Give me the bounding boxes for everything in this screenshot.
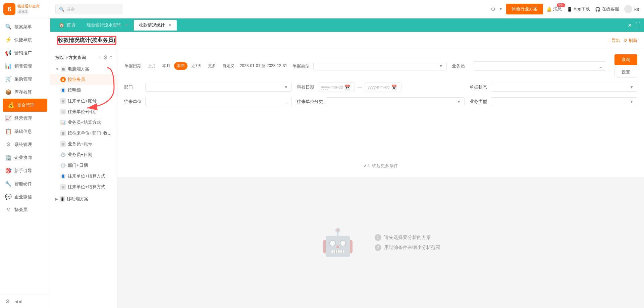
scheme-item-label: 往来单位+账号 xyxy=(68,98,97,104)
doc-status-select[interactable]: ▼ xyxy=(491,83,637,92)
sidebar-item-wechat[interactable]: 💬 企业微信 xyxy=(0,190,50,203)
scheme-item-icon-dept-date: 🕐 xyxy=(60,163,66,168)
tab-bank-flow[interactable]: 现金银行流水查询 ✕ xyxy=(82,20,133,31)
export-button[interactable]: ↑ 导出 xyxy=(608,38,621,44)
collapse-button[interactable]: ∧∧ 收起更多条件 xyxy=(364,163,398,169)
sidebar-item-finance[interactable]: 💰 资金管理 xyxy=(3,99,47,112)
date-tab-last-7[interactable]: 近7天 xyxy=(189,62,204,70)
biz-type-select[interactable]: ▼ xyxy=(491,97,637,106)
customer-service-action[interactable]: 🎧 在线客服 xyxy=(595,6,619,12)
messages-action[interactable]: 🔔 消息 99+ xyxy=(546,6,562,12)
sidebar-item-quick-nav[interactable]: ⚡ 快捷导航 xyxy=(0,33,50,46)
header-settings-icon[interactable]: ⚙ xyxy=(491,6,495,12)
filter-date-item: 单据日期 上月 本月 本年 近7天 更多 自定义 2023-01-01 至 20… xyxy=(124,62,287,70)
footer-settings-icon[interactable]: ⚙ xyxy=(5,298,10,305)
sidebar-item-label: 经营管理 xyxy=(14,115,32,121)
sidebar-item-hardware[interactable]: 🔧 智能硬件 xyxy=(0,177,50,190)
empty-robot-icon: 🤖 xyxy=(321,227,355,258)
tab-bank-flow-label: 现金银行流水查询 xyxy=(87,22,121,28)
desktop-group-icon: 🖥 xyxy=(61,66,66,72)
scheme-item-salesperson-settle[interactable]: 📊 业务员+结算方式 xyxy=(50,117,117,128)
partner-select[interactable]: ... xyxy=(145,97,292,106)
hardware-icon: 🔧 xyxy=(5,181,12,187)
scheme-item-partner-account[interactable]: ⊞ 往来单位+账号 xyxy=(50,96,117,106)
dept-select[interactable]: ▼ xyxy=(145,83,292,92)
scheme-collapse-button[interactable]: « xyxy=(109,54,112,61)
refresh-icon: ↺ xyxy=(624,38,627,43)
scheme-panel: 按以下方案查询 + ⚙ « ▼ 🖥 电脑端方案 xyxy=(50,49,117,308)
close-window-icon[interactable]: ✕ xyxy=(628,22,632,29)
search-placeholder: 搜索 xyxy=(66,6,75,12)
settings-button[interactable]: 设置 xyxy=(614,67,637,78)
sidebar-item-label: 资金管理 xyxy=(17,102,35,108)
footer-collapse-icon[interactable]: ◀◀ xyxy=(15,299,21,304)
scheme-item-partner-date[interactable]: ⊞ 往来单位+日期 xyxy=(50,106,117,117)
mobile-group-title[interactable]: ▶ 📱 移动端方案 xyxy=(50,194,117,204)
date-tab-last-month[interactable]: 上月 xyxy=(145,62,159,70)
sidebar-item-guide[interactable]: 🎯 新手引导 xyxy=(0,164,50,177)
calendar-to-icon: 📅 xyxy=(391,85,397,90)
hint-text-1: 请先选择要分析的方案 xyxy=(384,235,431,241)
logo-text-area: 畅捷通好生意 标准版 xyxy=(17,4,40,14)
user-profile[interactable]: Rit xyxy=(624,5,639,13)
sidebar-item-marketing[interactable]: 📢 营销推广 xyxy=(0,46,50,59)
date-tab-custom[interactable]: 自定义 xyxy=(220,62,237,70)
partner-category-select[interactable]: ▼ xyxy=(326,97,465,106)
content-area: 按以下方案查询 + ⚙ « ▼ 🖥 电脑端方案 xyxy=(50,49,644,308)
doc-type-select[interactable]: ▼ xyxy=(313,62,446,70)
scheme-item-partner-settle2[interactable]: ⊞ 往来单位+结算方式 xyxy=(50,182,117,192)
sidebar-item-label: 营销推广 xyxy=(14,50,32,56)
scheme-item-partner-dept-income[interactable]: ⊞ 按往来单位+部门+收... xyxy=(50,128,117,139)
dept-label: 部门 xyxy=(124,84,143,90)
refresh-button[interactable]: ↺ 刷新 xyxy=(624,38,637,44)
sidebar-item-enterprise[interactable]: 🏢 企业协同 xyxy=(0,151,50,164)
scheme-item-label: 业务员+日期 xyxy=(68,152,92,158)
tab-home[interactable]: 🏠 首页 xyxy=(54,20,81,31)
desktop-group-title[interactable]: ▼ 🖥 电脑端方案 xyxy=(50,64,117,74)
tab-receipt-stats[interactable]: 收款情况统计 ✕ xyxy=(134,20,177,31)
date-tab-this-year[interactable]: 本年 xyxy=(174,62,187,70)
date-tab-this-month[interactable]: 本月 xyxy=(160,62,173,70)
salesperson-more-icon[interactable]: ... xyxy=(598,63,602,69)
partner-more-icon[interactable]: ... xyxy=(284,99,288,104)
sidebar-item-purchase[interactable]: 🛒 采购管理 xyxy=(0,72,50,86)
sidebar-footer: ⚙ ◀◀ xyxy=(0,295,50,308)
sidebar-item-operation[interactable]: 📈 经营管理 xyxy=(0,112,50,125)
marketing-icon: 📢 xyxy=(5,50,12,56)
sidebar-item-inventory[interactable]: 📦 库存核算 xyxy=(0,86,50,99)
date-tab-more[interactable]: 更多 xyxy=(205,62,219,70)
scheme-item-salesperson-account[interactable]: ⊞ 业务员+账号 xyxy=(50,139,117,149)
app-download-action[interactable]: 📱 App下载 xyxy=(567,6,590,12)
filter-review-date-item: 审核日期 yyyy-mm-dd 📅 — yyyy-mm-dd 📅 xyxy=(297,83,465,92)
query-button[interactable]: 查询 xyxy=(614,54,637,65)
scheme-item-icon-salesperson: ⏸ xyxy=(60,77,66,82)
salesperson-select[interactable]: ... xyxy=(473,61,606,71)
tab-receipt-stats-close[interactable]: ✕ xyxy=(168,23,172,28)
partner-category-arrow-icon: ▼ xyxy=(457,99,461,104)
review-date-to-input[interactable]: yyyy-mm-dd 📅 xyxy=(365,83,401,92)
sidebar-item-search-menu[interactable]: 🔍 搜索菜单 xyxy=(0,20,50,33)
maximize-icon[interactable]: ⛶ xyxy=(635,22,641,28)
tab-bank-flow-close[interactable]: ✕ xyxy=(125,23,128,28)
search-box[interactable]: 🔍 搜索 xyxy=(55,4,122,14)
page-title-box: 收款情况统计(按业务员) xyxy=(57,36,116,45)
sidebar-item-member[interactable]: V 畅会员 xyxy=(0,203,50,216)
scheme-item-by-detail[interactable]: 👤 按明细 xyxy=(50,85,117,96)
hint-num-1: 1 xyxy=(375,234,381,241)
review-date-from-input[interactable]: yyyy-mm-dd 📅 xyxy=(318,83,355,92)
sidebar-item-basic-info[interactable]: 📋 基础信息 xyxy=(0,125,50,138)
header-dropdown-icon[interactable]: ▼ xyxy=(499,7,503,11)
sidebar-item-system[interactable]: ⚙ 系统管理 xyxy=(0,138,50,151)
scheme-item-dept-date[interactable]: 🕐 部门+日期 xyxy=(50,160,117,171)
scheme-item-salesperson-date[interactable]: 🕐 业务员+日期 xyxy=(50,149,117,160)
scheme-item-partner-settle1[interactable]: 👤 往来单位+结算方式 xyxy=(50,171,117,182)
scheme-item-icon-partner-dept: ⊞ xyxy=(60,131,66,136)
scheme-item-by-salesperson[interactable]: ⏸ 按业务员 xyxy=(50,74,117,85)
sidebar-item-sales[interactable]: 📊 销售管理 xyxy=(0,59,50,72)
empty-state-container: 🤖 1 请先选择要分析的方案 2 用过滤条件来缩小分析范围 xyxy=(321,227,440,258)
scheme-settings-button[interactable]: ⚙ xyxy=(103,54,108,61)
solution-button[interactable]: 体验行业方案 xyxy=(506,4,543,14)
scheme-add-button[interactable]: + xyxy=(99,54,101,61)
tab-bar-right: ✕ ⛶ xyxy=(628,22,641,29)
purchase-icon: 🛒 xyxy=(5,76,12,82)
